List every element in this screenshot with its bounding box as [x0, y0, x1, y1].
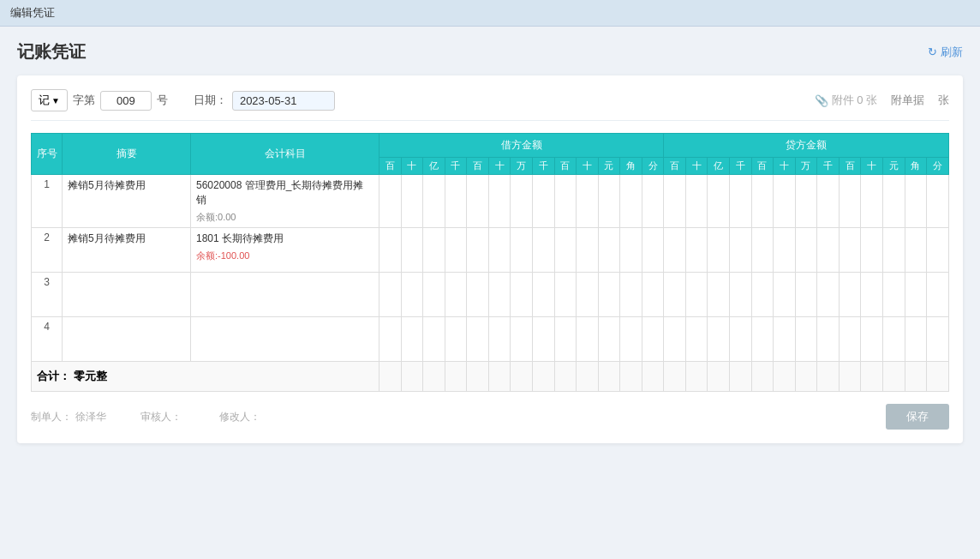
date-input[interactable] [232, 91, 335, 111]
row-3-debit-2[interactable] [423, 317, 445, 362]
row-3-credit-1[interactable] [685, 317, 708, 362]
row-2-debit-7[interactable] [532, 273, 554, 317]
row-2-credit-8[interactable] [839, 273, 861, 317]
row-0-debit-2[interactable] [423, 175, 445, 228]
row-0-credit-8[interactable] [839, 175, 861, 228]
row-2-debit-9[interactable] [577, 273, 599, 317]
row-3-credit-0[interactable] [664, 317, 686, 362]
voucher-number-input[interactable] [100, 91, 152, 111]
row-0-credit-9[interactable] [861, 175, 883, 228]
row-2-debit-11[interactable] [620, 273, 642, 317]
row-0-credit-1[interactable] [685, 175, 708, 228]
row-1-credit-12[interactable] [927, 228, 949, 273]
row-0-debit-7[interactable] [532, 175, 554, 228]
row-0-debit-5[interactable] [488, 175, 511, 228]
row-0-credit-3[interactable] [730, 175, 752, 228]
refresh-button[interactable]: ↻ 刷新 [928, 45, 963, 60]
row-3-credit-8[interactable] [839, 317, 861, 362]
row-1-debit-9[interactable] [577, 228, 599, 273]
row-2-debit-2[interactable] [423, 273, 445, 317]
row-1-credit-5[interactable] [774, 228, 796, 273]
row-3-debit-12[interactable] [642, 317, 664, 362]
row-3-credit-3[interactable] [730, 317, 752, 362]
row-2-credit-3[interactable] [730, 273, 752, 317]
row-0-debit-0[interactable] [379, 175, 402, 228]
row-3-debit-11[interactable] [620, 317, 642, 362]
row-1-debit-12[interactable] [642, 228, 664, 273]
row-0-debit-10[interactable] [598, 175, 620, 228]
row-2-debit-12[interactable] [642, 273, 664, 317]
row-2-credit-9[interactable] [861, 273, 883, 317]
row-0-credit-0[interactable] [664, 175, 686, 228]
row-2-debit-6[interactable] [511, 273, 533, 317]
attachment-link[interactable]: 📎 附件 0 张 [815, 93, 877, 108]
row-0-credit-2[interactable] [708, 175, 730, 228]
row-0-debit-12[interactable] [642, 175, 664, 228]
row-2-credit-4[interactable] [751, 273, 774, 317]
row-1-debit-4[interactable] [467, 228, 489, 273]
row-1-credit-1[interactable] [685, 228, 708, 273]
row-3-debit-8[interactable] [554, 317, 577, 362]
row-0-credit-5[interactable] [774, 175, 796, 228]
row-0-debit-11[interactable] [620, 175, 642, 228]
row-3-debit-3[interactable] [445, 317, 467, 362]
row-3-credit-2[interactable] [708, 317, 730, 362]
row-summary-0[interactable]: 摊销5月待摊费用 [63, 175, 191, 228]
row-3-debit-9[interactable] [577, 317, 599, 362]
row-1-debit-0[interactable] [379, 228, 402, 273]
row-1-debit-8[interactable] [554, 228, 577, 273]
row-2-debit-0[interactable] [379, 273, 402, 317]
row-3-credit-7[interactable] [817, 317, 840, 362]
row-1-credit-7[interactable] [817, 228, 840, 273]
row-0-credit-11[interactable] [905, 175, 927, 228]
row-account-1[interactable]: 1801 长期待摊费用余额:-100.00 [191, 228, 379, 273]
row-2-credit-1[interactable] [685, 273, 708, 317]
row-1-credit-6[interactable] [795, 228, 817, 273]
row-account-2[interactable] [191, 273, 379, 317]
row-2-debit-1[interactable] [401, 273, 423, 317]
row-2-credit-0[interactable] [664, 273, 686, 317]
row-0-debit-3[interactable] [445, 175, 467, 228]
row-1-credit-2[interactable] [708, 228, 730, 273]
row-0-debit-1[interactable] [401, 175, 423, 228]
row-3-credit-12[interactable] [927, 317, 949, 362]
row-3-debit-1[interactable] [401, 317, 423, 362]
row-0-credit-12[interactable] [927, 175, 949, 228]
row-1-credit-3[interactable] [730, 228, 752, 273]
row-1-credit-4[interactable] [751, 228, 774, 273]
row-3-credit-6[interactable] [795, 317, 817, 362]
row-2-debit-4[interactable] [467, 273, 489, 317]
save-button[interactable]: 保存 [886, 404, 949, 430]
row-0-debit-9[interactable] [577, 175, 599, 228]
row-3-debit-7[interactable] [532, 317, 554, 362]
row-summary-2[interactable] [63, 273, 191, 317]
row-1-debit-6[interactable] [511, 228, 533, 273]
row-3-credit-10[interactable] [882, 317, 905, 362]
row-2-credit-5[interactable] [774, 273, 796, 317]
row-1-debit-10[interactable] [598, 228, 620, 273]
row-2-credit-11[interactable] [905, 273, 927, 317]
row-2-debit-10[interactable] [598, 273, 620, 317]
row-1-credit-9[interactable] [861, 228, 883, 273]
row-0-credit-10[interactable] [882, 175, 905, 228]
row-1-debit-2[interactable] [423, 228, 445, 273]
row-0-debit-4[interactable] [467, 175, 489, 228]
type-dropdown[interactable]: 记 ▼ [31, 89, 68, 111]
row-3-debit-0[interactable] [379, 317, 402, 362]
row-2-debit-8[interactable] [554, 273, 577, 317]
row-2-debit-5[interactable] [488, 273, 511, 317]
row-1-debit-11[interactable] [620, 228, 642, 273]
row-2-credit-12[interactable] [927, 273, 949, 317]
row-1-debit-5[interactable] [488, 228, 511, 273]
row-1-debit-7[interactable] [532, 228, 554, 273]
row-3-debit-6[interactable] [511, 317, 533, 362]
row-account-3[interactable] [191, 317, 379, 362]
row-3-credit-9[interactable] [861, 317, 883, 362]
row-0-credit-7[interactable] [817, 175, 840, 228]
row-1-debit-1[interactable] [401, 228, 423, 273]
row-1-credit-0[interactable] [664, 228, 686, 273]
row-1-credit-10[interactable] [882, 228, 905, 273]
row-3-debit-5[interactable] [488, 317, 511, 362]
row-1-credit-11[interactable] [905, 228, 927, 273]
row-summary-3[interactable] [63, 317, 191, 362]
